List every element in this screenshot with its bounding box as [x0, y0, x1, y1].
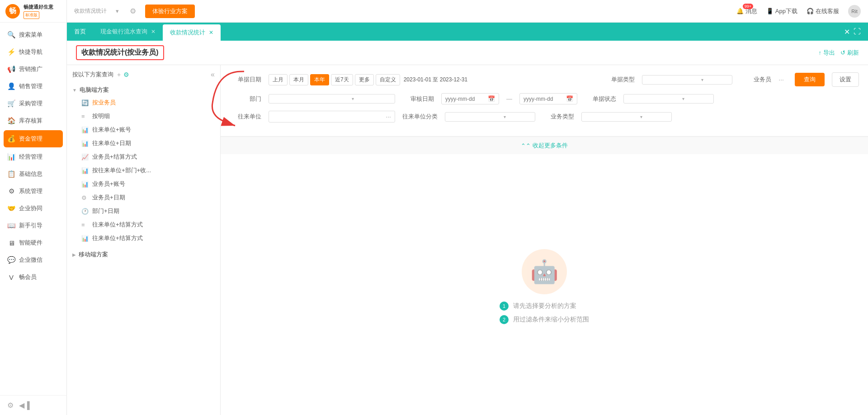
salesperson-date-icon: ⚙	[81, 194, 89, 201]
scheme-salesperson-settle[interactable]: 📈 业务员+结算方式	[72, 150, 215, 164]
sales-nav-icon: 👤	[7, 82, 15, 90]
logo-text: 畅捷通好生意 标准版	[24, 4, 53, 19]
tab-bank[interactable]: 现金银行流水查询 ✕	[93, 23, 163, 41]
sidebar-item-system[interactable]: ⚙ 系统管理	[0, 183, 66, 200]
mobile-scheme-group: ▶ 移动端方案	[72, 249, 215, 260]
partner-input[interactable]: ···	[269, 111, 395, 123]
scheme-salesperson-date[interactable]: ⚙ 业务员+日期	[72, 191, 215, 204]
sidebar-item-hardware[interactable]: 🖥 智能硬件	[0, 234, 66, 251]
sidebar-item-inventory[interactable]: 🏠 库存核算	[0, 112, 66, 129]
review-date-start-input[interactable]	[445, 96, 486, 102]
operation-nav-label: 经营管理	[19, 153, 42, 161]
trial-button[interactable]: 体验行业方案	[145, 5, 195, 18]
fullscreen-icon[interactable]: ⛶	[854, 28, 861, 36]
desktop-scheme-group: ▼ 电脑端方案 🔄 按业务员 ≡ 按明细 📊 往来单位+账号 📊 往来	[72, 84, 215, 245]
sidebar-item-guide[interactable]: 📖 新手引导	[0, 217, 66, 234]
date-prev-month-btn[interactable]: 上月	[269, 74, 288, 85]
partner-dots[interactable]: ···	[386, 113, 391, 120]
sales-nav-label: 销售管理	[19, 82, 42, 90]
header-gear-icon[interactable]: ⚙	[130, 7, 136, 15]
empty-tip-2: 2 用过滤条件来缩小分析范围	[500, 315, 589, 324]
sidebar-item-search[interactable]: 🔍 搜索菜单	[0, 26, 66, 43]
guide-nav-icon: 📖	[7, 222, 15, 230]
voucher-type-select[interactable]: ▾	[642, 75, 732, 85]
sidebar-item-basic[interactable]: 📋 基础信息	[0, 165, 66, 183]
desktop-scheme-title[interactable]: ▼ 电脑端方案	[72, 84, 215, 96]
basic-nav-label: 基础信息	[19, 170, 42, 178]
review-date-end[interactable]: 📅	[519, 93, 577, 104]
sidebar-item-purchase[interactable]: 🛒 采购管理	[0, 95, 66, 112]
review-date-end-input[interactable]	[524, 96, 564, 102]
online-service-button[interactable]: 🎧 在线客服	[807, 7, 839, 15]
sidebar-item-operation[interactable]: 📊 经营管理	[0, 148, 66, 165]
date-more-btn[interactable]: 更多	[355, 74, 374, 85]
filter-area: 单据日期 上月 本月 本年 近7天 更多 自定义 2023-01-01 至 20…	[221, 65, 868, 137]
sidebar-item-sales[interactable]: 👤 销售管理	[0, 78, 66, 95]
scheme-unit-settle1[interactable]: ≡ 往来单位+结算方式	[72, 218, 215, 231]
scheme-by-detail[interactable]: ≡ 按明细	[72, 109, 215, 123]
wechat-nav-label: 企业微信	[19, 256, 42, 264]
scheme-unit-dept-collect[interactable]: 📊 按往来单位+部门+收...	[72, 164, 215, 177]
salesperson-account-label: 业务员+账号	[92, 180, 125, 188]
dept-date-icon: 🕐	[81, 208, 89, 215]
review-date-end-calendar-icon[interactable]: 📅	[566, 95, 573, 102]
header-right: 🔔 消息 99+ 📱 App下载 🎧 在线客服 Rit	[736, 5, 861, 18]
unit-date-icon: 📊	[81, 140, 89, 147]
sidebar-item-wechat[interactable]: 💬 企业微信	[0, 251, 66, 269]
date-7days-btn[interactable]: 近7天	[331, 74, 353, 85]
review-date-start[interactable]: 📅	[441, 93, 499, 104]
page-actions: ↑ 导出 ↺ 刷新	[819, 49, 859, 57]
add-scheme-icon[interactable]: +	[117, 71, 121, 78]
settings-footer-icon[interactable]: ⚙	[7, 401, 14, 410]
collapse-bar[interactable]: ⌃⌃ 收起更多条件	[221, 137, 868, 154]
refresh-button[interactable]: ↺ 刷新	[840, 49, 859, 57]
header-expand-icon[interactable]: ▾	[116, 8, 119, 14]
sidebar-item-enterprise[interactable]: 🤝 企业协同	[0, 200, 66, 217]
voucher-status-select[interactable]: ▾	[623, 94, 714, 104]
salesperson-dots[interactable]: ···	[778, 76, 784, 83]
date-cur-year-btn[interactable]: 本年	[310, 74, 329, 85]
sidebar-item-quicknav[interactable]: ⚡ 快捷导航	[0, 43, 66, 61]
salesperson-filter: ···	[778, 76, 784, 83]
query-button[interactable]: 查询	[795, 73, 825, 86]
scheme-settings-icon[interactable]: ⚙	[123, 71, 129, 78]
business-type-select[interactable]: ▾	[581, 112, 672, 122]
date-range-display: 2023-01-01 至 2023-12-31	[404, 76, 467, 84]
app-download-button[interactable]: 📱 App下载	[766, 7, 797, 15]
close-tab-icon[interactable]: ✕	[844, 28, 850, 36]
tab-collection-close-icon[interactable]: ✕	[209, 29, 213, 36]
date-cur-month-btn[interactable]: 本月	[289, 74, 308, 85]
unit-settle1-label: 往来单位+结算方式	[92, 221, 143, 229]
salesperson-date-label: 业务员+日期	[92, 193, 125, 202]
date-custom-btn[interactable]: 自定义	[376, 74, 400, 85]
mobile-arrow-icon: ▶	[72, 252, 76, 257]
mobile-scheme-title[interactable]: ▶ 移动端方案	[72, 249, 215, 260]
voucher-status-arrow: ▾	[682, 96, 710, 101]
scheme-unit-date[interactable]: 📊 往来单位+日期	[72, 137, 215, 150]
sidebar-item-marketing[interactable]: 📢 营销推广	[0, 61, 66, 78]
sidebar-item-fund[interactable]: 💰 资金管理	[4, 130, 63, 147]
export-button[interactable]: ↑ 导出	[819, 49, 835, 57]
tab-collection[interactable]: 收款情况统计 ✕	[163, 24, 221, 41]
member-nav-label: 畅会员	[19, 273, 37, 281]
user-avatar[interactable]: Rit	[848, 5, 861, 18]
scheme-dept-date[interactable]: 🕐 部门+日期	[72, 204, 215, 218]
message-button[interactable]: 🔔 消息 99+	[736, 7, 757, 15]
sidebar-item-member[interactable]: V 畅会员	[0, 269, 66, 286]
scheme-unit-settle2[interactable]: 📊 往来单位+结算方式	[72, 231, 215, 245]
review-date-start-calendar-icon[interactable]: 📅	[488, 95, 495, 102]
desktop-scheme-label: 电脑端方案	[80, 86, 109, 94]
dept-select[interactable]: ▾	[269, 94, 395, 104]
scheme-unit-account[interactable]: 📊 往来单位+账号	[72, 123, 215, 137]
partner-category-select[interactable]: ▾	[445, 112, 535, 122]
collapse-sidebar-icon[interactable]: ◀▐	[19, 401, 29, 410]
tab-bank-close-icon[interactable]: ✕	[151, 28, 156, 35]
settings-button[interactable]: 设置	[832, 72, 859, 87]
collapse-panel-icon[interactable]: «	[211, 71, 215, 79]
scheme-salesperson-account[interactable]: 📊 业务员+账号	[72, 177, 215, 191]
basic-nav-icon: 📋	[7, 170, 15, 178]
scheme-by-salesperson[interactable]: 🔄 按业务员	[72, 96, 215, 109]
tab-bank-label: 现金银行流水查询	[100, 28, 147, 36]
tab-home[interactable]: 首页	[67, 23, 93, 41]
main-content: 收款情况统计(按业务员) ↑ 导出 ↺ 刷新 按以下方案查询 + ⚙ «	[67, 41, 868, 415]
